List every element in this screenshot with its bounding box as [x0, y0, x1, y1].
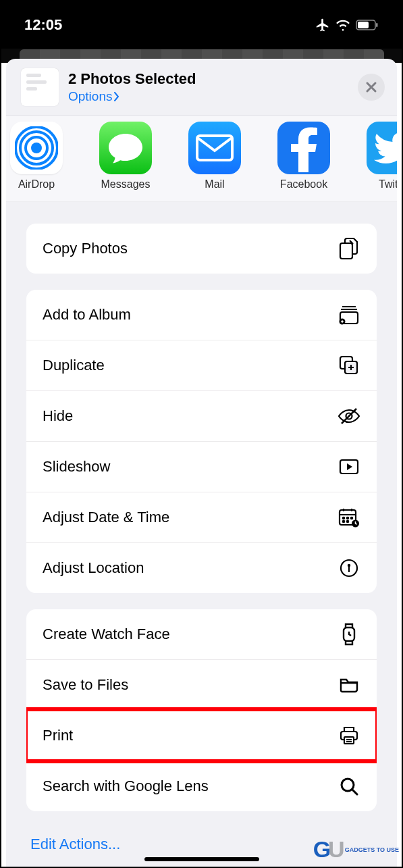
app-label: Twitte: [379, 178, 397, 190]
action-label: Adjust Location: [43, 559, 144, 577]
svg-rect-2: [376, 23, 378, 27]
action-label: Duplicate: [43, 357, 105, 374]
share-app-row[interactable]: AirDrop Messages Mail Facebook Twitte: [6, 116, 397, 202]
svg-rect-1: [358, 22, 369, 28]
album-icon: [338, 303, 360, 326]
close-icon: [365, 81, 377, 93]
action-duplicate[interactable]: Duplicate: [26, 340, 377, 390]
options-button[interactable]: Options: [68, 89, 348, 104]
action-adjust-location[interactable]: Adjust Location: [26, 542, 377, 593]
action-group-1: Copy Photos: [26, 224, 377, 274]
folder-icon: [338, 673, 360, 696]
action-list[interactable]: Copy Photos Add to Album Duplicate H: [6, 202, 397, 867]
share-sheet: 2 Photos Selected Options: [6, 59, 397, 867]
airdrop-icon: [10, 122, 63, 174]
svg-point-23: [348, 564, 350, 567]
status-bar: 12:05: [1, 1, 402, 49]
svg-point-20: [347, 521, 348, 522]
action-group-2: Add to Album Duplicate Hide Slideshow: [26, 290, 377, 593]
battery-icon: [356, 20, 379, 30]
svg-rect-7: [197, 136, 232, 160]
share-app-messages[interactable]: Messages: [98, 122, 153, 190]
datetime-icon: [338, 506, 360, 529]
app-label: AirDrop: [18, 178, 55, 190]
home-indicator[interactable]: [144, 857, 259, 861]
action-add-to-album[interactable]: Add to Album: [26, 290, 377, 340]
close-button[interactable]: [358, 74, 385, 101]
facebook-icon: [277, 122, 330, 174]
action-label: Create Watch Face: [43, 626, 170, 643]
twitter-icon: [367, 122, 397, 174]
action-group-3: Create Watch Face Save to Files Print Se…: [26, 609, 377, 811]
watermark: GU GADGETS TO USE: [313, 836, 399, 863]
sheet-title: 2 Photos Selected: [68, 70, 348, 88]
airplane-mode-icon: [315, 18, 330, 32]
svg-rect-8: [340, 243, 352, 259]
action-label: Hide: [43, 407, 73, 425]
app-label: Facebook: [280, 178, 327, 190]
action-label: Print: [43, 727, 73, 744]
copy-icon: [338, 237, 360, 260]
svg-point-17: [347, 517, 348, 519]
action-save-to-files[interactable]: Save to Files: [26, 659, 377, 710]
svg-point-19: [343, 521, 344, 522]
app-label: Messages: [101, 178, 151, 190]
wifi-icon: [335, 18, 350, 32]
share-app-facebook[interactable]: Facebook: [276, 122, 331, 190]
action-label: Save to Files: [43, 676, 128, 694]
action-print[interactable]: Print: [26, 710, 377, 761]
options-label: Options: [68, 89, 112, 104]
action-hide[interactable]: Hide: [26, 390, 377, 441]
share-app-twitter[interactable]: Twitte: [365, 122, 397, 190]
action-label: Adjust Date & Time: [43, 509, 169, 526]
svg-point-18: [351, 517, 352, 519]
action-adjust-date-time[interactable]: Adjust Date & Time: [26, 492, 377, 542]
mail-icon: [188, 122, 241, 174]
selection-thumbnail: [21, 68, 59, 106]
location-icon: [338, 557, 360, 580]
status-time: 12:05: [24, 16, 62, 34]
action-search-google-lens[interactable]: Search with Google Lens: [26, 761, 377, 811]
action-label: Slideshow: [43, 458, 110, 476]
printer-icon: [338, 724, 360, 747]
action-copy-photos[interactable]: Copy Photos: [26, 224, 377, 274]
action-label: Search with Google Lens: [43, 777, 209, 795]
search-icon: [338, 775, 360, 798]
messages-icon: [99, 122, 152, 174]
share-app-airdrop[interactable]: AirDrop: [9, 122, 64, 190]
slideshow-icon: [338, 455, 360, 478]
status-icons: [315, 18, 379, 32]
watch-icon: [338, 623, 360, 646]
action-slideshow[interactable]: Slideshow: [26, 441, 377, 492]
edit-actions-label: Edit Actions...: [30, 836, 120, 852]
hide-icon: [338, 405, 360, 428]
action-label: Add to Album: [43, 306, 131, 324]
action-label: Copy Photos: [43, 240, 128, 257]
action-create-watch-face[interactable]: Create Watch Face: [26, 609, 377, 659]
svg-point-3: [31, 143, 42, 153]
app-label: Mail: [205, 178, 224, 190]
sheet-header: 2 Photos Selected Options: [6, 59, 397, 116]
share-app-mail[interactable]: Mail: [187, 122, 242, 190]
duplicate-icon: [338, 354, 360, 377]
svg-point-16: [343, 517, 344, 519]
